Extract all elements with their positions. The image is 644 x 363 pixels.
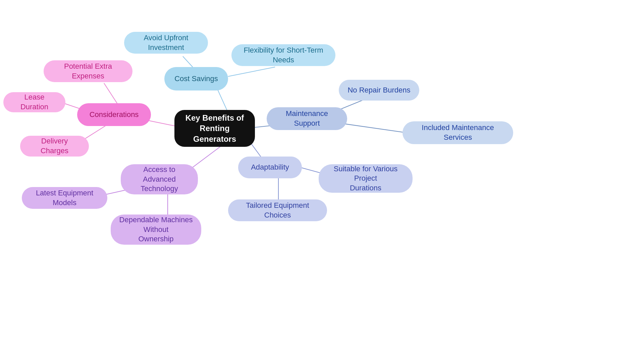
center-node: Key Benefits of Renting Generators <box>174 110 255 147</box>
center-label: Key Benefits of Renting Generators <box>182 113 247 144</box>
avoid-upfront-label: Avoid Upfront Investment <box>132 33 200 52</box>
access-advanced-node: Access to Advanced Technology <box>121 164 198 194</box>
suitable-project-node: Suitable for Various Project Durations <box>319 164 413 193</box>
no-repair-node: No Repair Burdens <box>339 80 419 101</box>
access-advanced-label: Access to Advanced Technology <box>129 165 190 194</box>
potential-extra-node: Potential Extra Expenses <box>44 60 132 82</box>
delivery-charges-label: Delivery Charges <box>28 136 81 156</box>
lease-duration-label: Lease Duration <box>11 93 57 112</box>
flexibility-node: Flexibility for Short-Term Needs <box>231 44 335 66</box>
maintenance-support-node: Maintenance Support <box>267 107 347 130</box>
included-maintenance-label: Included Maintenance Services <box>411 123 505 142</box>
tailored-equipment-label: Tailored Equipment Choices <box>236 201 319 220</box>
flexibility-label: Flexibility for Short-Term Needs <box>239 46 327 65</box>
tailored-equipment-node: Tailored Equipment Choices <box>228 199 327 221</box>
dependable-machines-node: Dependable Machines Without Ownership <box>111 215 201 245</box>
suitable-project-label: Suitable for Various Project Durations <box>327 164 405 193</box>
considerations-node: Considerations <box>77 103 151 126</box>
svg-line-2 <box>228 67 275 76</box>
maintenance-support-label: Maintenance Support <box>275 109 339 128</box>
adaptability-node: Adaptability <box>238 157 302 178</box>
cost-savings-label: Cost Savings <box>174 74 218 84</box>
latest-equipment-node: Latest Equipment Models <box>22 187 107 209</box>
no-repair-label: No Repair Burdens <box>347 85 410 95</box>
latest-equipment-label: Latest Equipment Models <box>30 188 99 207</box>
adaptability-label: Adaptability <box>251 163 289 172</box>
considerations-label: Considerations <box>90 110 139 120</box>
delivery-charges-node: Delivery Charges <box>20 136 89 157</box>
potential-extra-label: Potential Extra Expenses <box>52 62 124 81</box>
cost-savings-node: Cost Savings <box>164 67 228 90</box>
avoid-upfront-node: Avoid Upfront Investment <box>124 32 208 54</box>
included-maintenance-node: Included Maintenance Services <box>402 121 513 144</box>
dependable-machines-label: Dependable Machines Without Ownership <box>119 215 193 244</box>
lease-duration-node: Lease Duration <box>3 92 65 112</box>
